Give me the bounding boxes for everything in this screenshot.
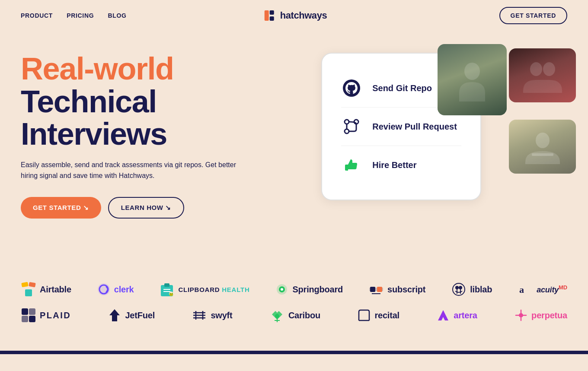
logo-recital[interactable]: recital [357, 308, 399, 322]
springboard-icon [275, 282, 289, 296]
logo-springboard[interactable]: Springboard [275, 282, 343, 296]
logos-row-1: Airtable clerk 🐸 CLIPBOARD HEALTH [21, 282, 567, 297]
recital-label: recital [374, 311, 399, 320]
nav-pricing[interactable]: PRICING [67, 12, 94, 19]
svg-rect-15 [25, 289, 32, 296]
hero-visuals: Send Git Repo Review Pull Request [321, 44, 567, 256]
photo-woman-laptop [438, 44, 507, 115]
caribou-label: Caribou [288, 311, 320, 320]
feature-text-git: Send Git Repo [372, 83, 432, 93]
svg-point-9 [530, 62, 542, 76]
navbar: PRODUCT PRICING BLOG hatchways GET START… [0, 0, 588, 31]
svg-point-31 [455, 286, 459, 289]
nav-blog[interactable]: BLOG [108, 12, 126, 19]
logo-clerk[interactable]: clerk [97, 282, 134, 296]
svg-rect-13 [21, 282, 29, 287]
logos-section: Airtable clerk 🐸 CLIPBOARD HEALTH [0, 273, 588, 351]
hero-get-started-button[interactable]: GET STARTED ↘ [21, 197, 101, 219]
hero-title-line3: Interviews [21, 118, 321, 151]
recital-icon [357, 308, 371, 322]
logo-caribou[interactable]: Caribou [269, 308, 320, 323]
svg-rect-0 [265, 10, 269, 21]
acuity-icon: a [518, 282, 533, 297]
logos-row-2: PLAID JetFuel swyft [21, 308, 567, 323]
svg-rect-12 [532, 153, 553, 156]
hero-learn-how-button[interactable]: LEARN HOW ↘ [108, 197, 184, 219]
logo-icon [261, 8, 277, 23]
svg-text:🐸: 🐸 [169, 292, 173, 296]
swyft-label: swyft [211, 311, 232, 320]
logo-plaid[interactable]: PLAID [21, 308, 71, 323]
nav-get-started-button[interactable]: GET STARTED [499, 7, 567, 24]
hero-section: Real-world Technical Interviews Easily a… [0, 31, 588, 273]
logo-swyft[interactable]: swyft [192, 308, 232, 323]
svg-rect-28 [370, 287, 375, 292]
svg-point-8 [464, 63, 480, 80]
svg-rect-29 [377, 287, 382, 292]
logo-liblab[interactable]: liblab [451, 282, 492, 297]
clipboard-icon: 🐸 [159, 282, 175, 297]
airtable-icon [21, 282, 36, 297]
photo-two-women [509, 48, 576, 102]
clipboard-label: CLIPBOARD HEALTH [178, 286, 249, 293]
subscript-label: subscript [387, 285, 425, 295]
hero-content: Real-world Technical Interviews Easily a… [21, 44, 321, 256]
airtable-label: Airtable [40, 285, 71, 295]
svg-point-26 [281, 288, 283, 291]
logo-artera[interactable]: artera [436, 308, 477, 322]
svg-point-32 [459, 286, 462, 289]
github-icon [341, 78, 362, 98]
subscript-icon [368, 282, 384, 297]
hero-title-line1: Real-world [21, 53, 321, 86]
clerk-label: clerk [114, 285, 134, 295]
jetfuel-label: JetFuel [125, 311, 155, 320]
caribou-icon [269, 308, 285, 323]
plaid-label: PLAID [40, 311, 71, 320]
plaid-icon [21, 308, 36, 323]
svg-rect-36 [22, 308, 28, 315]
hero-subtitle: Easily assemble, send and track assessme… [21, 159, 246, 181]
svg-point-5 [345, 129, 349, 133]
springboard-label: Springboard [292, 285, 343, 295]
feature-text-pr: Review Pull Request [372, 122, 457, 132]
artera-icon [436, 308, 450, 322]
svg-point-30 [453, 283, 465, 295]
svg-rect-37 [29, 308, 35, 315]
svg-text:a: a [519, 284, 524, 295]
svg-rect-38 [22, 316, 28, 322]
svg-rect-19 [164, 283, 169, 287]
svg-marker-40 [109, 309, 120, 321]
acuity-label: acuityMD [537, 284, 567, 295]
feature-text-hire: Hire Better [372, 160, 416, 170]
perpetua-label: perpetua [531, 311, 567, 320]
thumbs-up-icon [341, 155, 362, 175]
jetfuel-icon [108, 308, 121, 322]
nav-product[interactable]: PRODUCT [21, 12, 53, 19]
svg-point-4 [345, 120, 349, 124]
photo-man-laptop [509, 120, 576, 174]
swyft-icon [192, 308, 207, 323]
liblab-label: liblab [470, 285, 492, 295]
pull-request-icon [341, 116, 362, 137]
clerk-icon [97, 282, 111, 296]
logo-airtable[interactable]: Airtable [21, 282, 71, 297]
footer-bar [0, 351, 588, 354]
logo-clipboard[interactable]: 🐸 CLIPBOARD HEALTH [159, 282, 249, 297]
svg-rect-39 [29, 316, 35, 322]
svg-point-10 [543, 62, 555, 76]
hero-title-line2: Technical [21, 86, 321, 118]
logo-jetfuel[interactable]: JetFuel [108, 308, 155, 322]
logo-text: hatchways [280, 10, 327, 21]
perpetua-icon [514, 308, 528, 322]
feature-item-hire: Hire Better [341, 146, 461, 184]
liblab-icon [451, 282, 467, 297]
svg-rect-1 [270, 10, 274, 15]
svg-point-50 [519, 313, 523, 317]
logo-subscript[interactable]: subscript [368, 282, 425, 297]
logo-acuity[interactable]: a acuityMD [518, 282, 567, 297]
svg-point-46 [275, 314, 279, 318]
logo[interactable]: hatchways [261, 8, 327, 23]
hero-buttons: GET STARTED ↘ LEARN HOW ↘ [21, 197, 321, 219]
logo-perpetua[interactable]: perpetua [514, 308, 567, 322]
svg-rect-2 [270, 16, 274, 21]
